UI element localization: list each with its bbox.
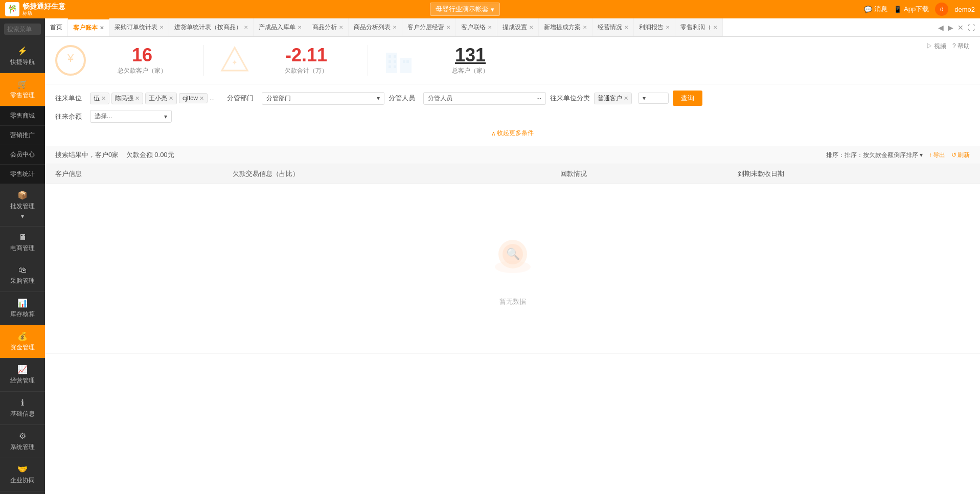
remove-tag-cjttcw[interactable]: ✕	[199, 95, 204, 102]
tab-close-icon[interactable]: ✕	[529, 25, 533, 30]
remove-tag-wang[interactable]: ✕	[169, 95, 173, 102]
operation-icon: 📈	[17, 365, 28, 374]
tab-operation-status[interactable]: 经营情况 ✕	[592, 18, 634, 37]
filter-category-select[interactable]: ▾	[638, 93, 669, 104]
tab-close-icon[interactable]: ✕	[446, 25, 450, 30]
stat-block-debt-customers: 16 总欠款客户（家）	[96, 46, 188, 75]
filter-tags-category: 普通客户 ✕	[594, 93, 632, 104]
stat-label-debt-customers: 总欠款客户（家）	[118, 66, 167, 75]
results-debt: 欠款金额 0.00元	[126, 151, 174, 159]
tab-purchase-goods-stat[interactable]: 进货单统计表（按商品） ✕	[169, 18, 254, 37]
tab-retail-profit[interactable]: 零售利润（ ✕	[675, 18, 723, 37]
sidebar-item-member[interactable]: 会员中心	[0, 145, 45, 165]
industry-select[interactable]: 母婴行业演示帐套 ▾	[430, 3, 500, 16]
sidebar-item-retail-stat[interactable]: 零售统计	[0, 165, 45, 184]
sidebar-item-label: 营销推广	[10, 131, 35, 140]
remove-tag-wu[interactable]: ✕	[101, 95, 106, 102]
tab-profit-report[interactable]: 利润报告 ✕	[634, 18, 675, 37]
tab-label: 商品分析列表	[354, 23, 391, 32]
tab-commission-setting[interactable]: 提成设置 ✕	[497, 18, 539, 37]
app-download-button[interactable]: 📱 App下载	[894, 5, 929, 14]
filter-label-unit: 往来单位	[55, 94, 86, 103]
col-header-payment: 回款情况	[550, 164, 727, 184]
refresh-button[interactable]: ↺ 刷新	[951, 151, 970, 160]
filter-person-select[interactable]: 分管人员 ···	[423, 92, 546, 105]
message-button[interactable]: 💬 消息	[864, 5, 887, 14]
tab-customer-layer[interactable]: 客户分层经营 ✕	[402, 18, 456, 37]
sidebar-item-retail[interactable]: 🛒 零售管理	[0, 73, 45, 106]
sidebar-item-ecommerce[interactable]: 🖥 电商管理	[0, 227, 45, 259]
data-table: 客户信息 欠款交易信息（占比） 回款情况 到期未款收日期	[45, 164, 980, 354]
remove-tag-chen[interactable]: ✕	[135, 95, 140, 102]
sidebar-item-retail-mall[interactable]: 零售商城	[0, 106, 45, 126]
tab-purchase-order-stat[interactable]: 采购订单统计表 ✕	[109, 18, 169, 37]
tab-goods-analysis-list[interactable]: 商品分析列表 ✕	[349, 18, 402, 37]
sidebar-item-finance[interactable]: 💰 资金管理	[0, 325, 45, 358]
tab-close-icon[interactable]: ✕	[393, 25, 397, 30]
query-button[interactable]: 查询	[673, 91, 702, 106]
download-icon: 📱	[894, 6, 902, 13]
sidebar-item-coop[interactable]: 🤝 企业协同	[0, 458, 45, 491]
sidebar-item-marketing[interactable]: 营销推广	[0, 126, 45, 145]
filter-row-balance: 往来余额 选择... ▾	[55, 110, 970, 123]
tab-label: 客户账本	[73, 24, 98, 32]
sidebar-item-label: 零售商城	[10, 111, 35, 120]
tab-goods-analysis[interactable]: 商品分析 ✕	[307, 18, 349, 37]
filter-balance-select[interactable]: 选择... ▾	[90, 110, 172, 123]
tab-label: 进货单统计表（按商品）	[174, 23, 242, 32]
sidebar-item-purchase[interactable]: 🛍 采购管理	[0, 259, 45, 292]
tab-next-icon[interactable]: ▶	[947, 23, 954, 33]
logo-area: 🎋 畅捷通好生意 标版	[5, 2, 65, 17]
sidebar-item-wholesale[interactable]: 📦 批发管理 ▾	[0, 184, 45, 227]
tab-close-icon[interactable]: ✕	[298, 25, 302, 30]
tab-actions: ◀ ▶ ✕ ⛶	[933, 23, 980, 33]
sidebar-item-quicknav[interactable]: ⚡ 快捷导航	[0, 40, 45, 73]
filter-more-btn[interactable]: ...	[210, 95, 215, 102]
tab-expand-icon[interactable]: ⛶	[967, 23, 976, 33]
stat-label-total-customers: 总客户（家）	[452, 66, 489, 75]
tab-prev-icon[interactable]: ◀	[937, 23, 945, 33]
filter-dept-placeholder: 分管部门	[266, 94, 291, 103]
filter-balance-placeholder: 选择...	[95, 112, 112, 121]
stat-divider-1	[203, 45, 204, 76]
filter-tag-normal: 普通客户 ✕	[594, 93, 632, 104]
tab-product-in[interactable]: 产成品入库单 ✕	[254, 18, 307, 37]
video-link[interactable]: ▷ 视频	[926, 42, 946, 51]
tab-close-icon[interactable]: ✕	[488, 25, 492, 30]
filter-tag-chen: 陈民强 ✕	[111, 93, 143, 104]
sidebar-item-inventory[interactable]: 📊 库存核算	[0, 292, 45, 325]
collapse-button[interactable]: ∧ 收起更多条件	[491, 129, 534, 138]
svg-rect-7	[394, 55, 396, 58]
tab-close-icon[interactable]: ✕	[244, 25, 248, 30]
tab-close-icon[interactable]: ✕	[100, 25, 104, 31]
sidebar-item-basic[interactable]: ℹ 基础信息	[0, 392, 45, 425]
filter-tag-wang: 王小亮 ✕	[145, 93, 177, 104]
tab-close-icon[interactable]: ✕	[583, 25, 587, 30]
help-link[interactable]: ? 帮助	[952, 42, 970, 51]
tab-home[interactable]: 首页	[45, 18, 68, 37]
tab-close-icon[interactable]: ✕	[159, 25, 164, 30]
sort-value[interactable]: 排序：按欠款金额倒序排序	[845, 151, 918, 159]
tab-label: 采购订单统计表	[115, 23, 157, 32]
chevron-down-icon: ▾	[164, 113, 167, 120]
tab-customer-ledger[interactable]: 客户账本 ✕	[68, 18, 109, 37]
sidebar-item-system[interactable]: ⚙ 系统管理	[0, 425, 45, 458]
tab-customer-contact[interactable]: 客户联络 ✕	[456, 18, 497, 37]
avatar[interactable]: d	[935, 3, 948, 16]
tab-close-all-icon[interactable]: ✕	[956, 23, 965, 33]
collapse-label: 收起更多条件	[497, 129, 534, 138]
stat-divider-2	[368, 45, 368, 76]
tab-close-icon[interactable]: ✕	[666, 25, 670, 30]
tab-close-icon[interactable]: ✕	[339, 25, 343, 30]
filter-dept-select[interactable]: 分管部门 ▾	[262, 92, 384, 105]
remove-tag-normal[interactable]: ✕	[624, 95, 628, 102]
sort-label: 排序：排序：按欠款金额倒序排序 ▾	[826, 151, 923, 160]
search-input[interactable]	[4, 24, 41, 35]
tab-close-icon[interactable]: ✕	[713, 25, 717, 30]
tab-close-icon[interactable]: ✕	[624, 25, 628, 30]
sidebar-item-operation[interactable]: 📈 经营管理	[0, 358, 45, 392]
export-button[interactable]: ↑ 导出	[929, 151, 945, 160]
sidebar-item-newbie[interactable]: 🚀 新手引导	[0, 491, 45, 494]
refresh-icon: ↺	[951, 151, 956, 159]
tab-add-commission[interactable]: 新增提成方案 ✕	[539, 18, 592, 37]
